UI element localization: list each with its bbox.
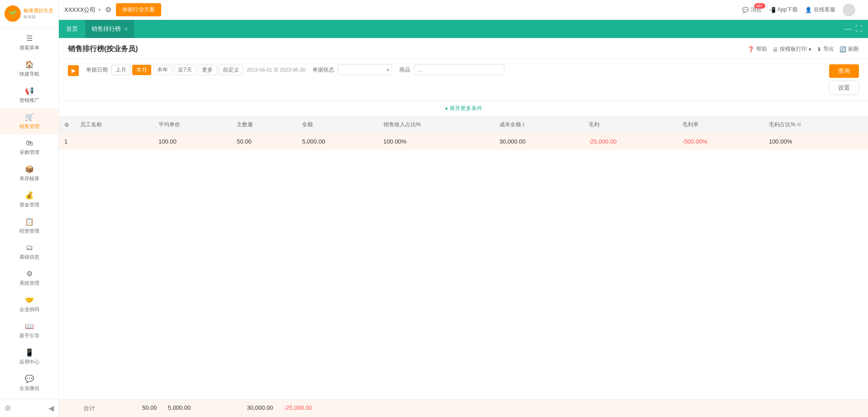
th-amount: 全额 [297, 116, 378, 134]
query-button[interactable]: 查询 [829, 64, 859, 78]
footer-cost: 30,000.00 [241, 404, 278, 412]
tab-close-icon[interactable]: × [125, 26, 128, 32]
sidebar-item-enterprise[interactable]: 🤝 企业协同 [0, 291, 58, 317]
sidebar-item-finance[interactable]: 💰 资金管理 [0, 187, 58, 213]
filter-bar: ▶ 单据日期 上月 本月 本年 近7天 更多 自定义 [59, 59, 868, 101]
status-filter: 单据状态 [312, 64, 392, 75]
cost-info-icon[interactable]: ℹ [523, 122, 524, 127]
cell-name [75, 134, 153, 150]
main-content: XXXXX公司 ▾ ⚙ 体验行业方案 💬 消息 99+ 📲 App下载 👤 在线… [59, 0, 868, 417]
sidebar-item-inventory[interactable]: 📦 库存核算 [0, 160, 58, 187]
status-select-wrapper [338, 64, 392, 75]
sidebar-item-label: 系统管理 [19, 280, 39, 287]
sidebar-item-basicinfo[interactable]: 🗂 基础信息 [0, 239, 58, 265]
sidebar-item-label: 企业微信 [19, 385, 39, 392]
sales-icon: 🛒 [25, 113, 34, 121]
topbar-gear-icon[interactable]: ⚙ [105, 5, 111, 14]
footer-qty: 50.00 [137, 404, 163, 412]
sidebar-item-marketing[interactable]: 📢 营销推广 [0, 82, 58, 108]
online-service-button[interactable]: 👤 在线客服 [805, 6, 835, 14]
print-button[interactable]: 🖨 按模板打印 ▾ [772, 45, 811, 53]
content-area: 销售排行榜(按业务员) ❓ 帮助 🖨 按模板打印 ▾ ⬇ 导出 🔄 刷新 [59, 38, 868, 417]
footer-amount: 5,000.00 [163, 404, 197, 412]
inventory-icon: 📦 [25, 165, 34, 173]
app-badge: 标准版 [24, 14, 53, 20]
export-label: 导出 [823, 45, 834, 53]
filter-collapse-btn[interactable]: ▶ [68, 65, 79, 76]
sidebar-item-label: 采购管理 [19, 149, 39, 156]
sidebar-item-label: 快捷导航 [19, 71, 39, 77]
tab-sales-ranking-label: 销售排行榜 [91, 25, 121, 33]
help-button[interactable]: ❓ 帮助 [748, 45, 767, 53]
appcenter-icon: 📱 [25, 348, 34, 357]
goods-filter-label: 商品 [399, 66, 410, 74]
sidebar-item-quicknav[interactable]: 🏠 快捷导航 [0, 56, 58, 82]
sidebar-nav: ☰ 搜索菜单 🏠 快捷导航 📢 营销推广 🛒 销售管理 🛍 采购管理 📦 库存核… [0, 28, 58, 399]
sidebar: 🌱 畅康通好生意 标准版 ☰ 搜索菜单 🏠 快捷导航 📢 营销推广 🛒 销售管理… [0, 0, 59, 417]
th-qty: 主数量 [231, 116, 297, 134]
print-dropdown-icon: ▾ [809, 46, 811, 53]
company-selector[interactable]: XXXXX公司 ▾ [64, 6, 101, 14]
cell-gross: -25,000.00 [583, 134, 677, 150]
sidebar-bottom: ⚙ ◀ [0, 399, 58, 417]
message-button[interactable]: 💬 消息 99+ [742, 6, 762, 14]
expand-conditions-label: 展开更多条件 [450, 105, 482, 112]
date-btn-last-month[interactable]: 上月 [111, 65, 130, 75]
refresh-icon: 🔄 [839, 46, 846, 53]
date-btn-more[interactable]: 更多 [198, 65, 217, 75]
refresh-button[interactable]: 🔄 刷新 [839, 45, 859, 53]
sidebar-item-wechat[interactable]: 💬 企业微信 [0, 370, 58, 396]
date-btn-this-year[interactable]: 本年 [153, 65, 172, 75]
date-buttons: 上月 本月 本年 近7天 更多 自定义 2023-06-01 至 2023-06… [111, 65, 305, 75]
table-footer: 合计 50.00 5,000.00 30,000.00 -25,000.00 [59, 399, 868, 417]
refresh-label: 刷新 [848, 45, 859, 53]
export-button[interactable]: ⬇ 导出 [817, 45, 834, 53]
tab-minimize-icon[interactable]: — [844, 25, 852, 33]
basicinfo-icon: 🗂 [26, 244, 33, 252]
tab-expand-icon[interactable]: ⛶ [855, 25, 863, 33]
page-actions: ❓ 帮助 🖨 按模板打印 ▾ ⬇ 导出 🔄 刷新 [748, 45, 859, 53]
user-avatar[interactable] [843, 4, 855, 16]
trial-button[interactable]: 体验行业方案 [116, 3, 161, 16]
footer-total-label: 合计 [78, 404, 101, 412]
filter-row-1: 单据日期 上月 本月 本年 近7天 更多 自定义 2023-06-01 至 20… [86, 64, 822, 75]
settings-icon[interactable]: ⚙ [5, 404, 11, 412]
service-icon: 👤 [805, 7, 812, 13]
date-btn-7days[interactable]: 近7天 [174, 65, 196, 75]
sidebar-item-search[interactable]: ☰ 搜索菜单 [0, 29, 58, 56]
expand-conditions-button[interactable]: ▾ 展开更多条件 [445, 105, 482, 112]
cell-sales-pct: 100.00% [378, 134, 494, 150]
sidebar-item-appcenter[interactable]: 📱 应用中心 [0, 344, 58, 370]
help-icon: ❓ [748, 46, 754, 53]
sidebar-item-guide[interactable]: 📖 新手引导 [0, 317, 58, 344]
collapse-icon[interactable]: ◀ [48, 404, 54, 412]
expand-bar: ▾ 展开更多条件 [59, 101, 868, 116]
message-badge: 99+ [754, 3, 765, 9]
marketing-icon: 📢 [25, 86, 34, 95]
home-icon: 🏠 [25, 60, 34, 69]
operations-icon: 📋 [25, 217, 34, 226]
sidebar-item-sales[interactable]: 🛒 销售管理 [0, 108, 58, 134]
cell-gross-pct: 100.00% [763, 134, 868, 150]
company-name: XXXXX公司 [64, 6, 96, 14]
tab-sales-ranking[interactable]: 销售排行榜 × [85, 20, 134, 38]
guide-icon: 📖 [25, 322, 34, 331]
settings-button[interactable]: 设置 [829, 81, 859, 95]
app-logo-icon: 🌱 [5, 5, 21, 22]
help-label: 帮助 [756, 45, 767, 53]
app-download-button[interactable]: 📲 App下载 [769, 6, 798, 14]
gross-pct-icon[interactable]: ⚙ [797, 122, 801, 127]
tab-controls: — ⛶ [844, 25, 868, 33]
status-select[interactable] [338, 64, 392, 75]
date-btn-custom[interactable]: 自定义 [219, 65, 243, 75]
app-download-icon: 📲 [769, 7, 776, 13]
sidebar-item-operations[interactable]: 📋 经营管理 [0, 213, 58, 239]
company-dropdown-arrow: ▾ [98, 7, 101, 12]
table-gear-icon: ⚙ [64, 122, 69, 128]
goods-input[interactable] [414, 64, 504, 75]
sidebar-item-system[interactable]: ⚙ 系统管理 [0, 265, 58, 291]
date-btn-this-month[interactable]: 本月 [132, 65, 151, 75]
th-settings[interactable]: ⚙ [59, 116, 75, 134]
sidebar-item-purchase[interactable]: 🛍 采购管理 [0, 134, 58, 160]
tab-home[interactable]: 首页 [59, 20, 85, 38]
